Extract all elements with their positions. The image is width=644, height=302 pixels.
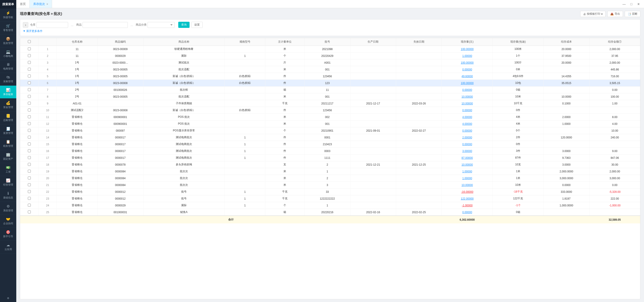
row-checkbox[interactable]: [28, 122, 31, 125]
row-qty2: 0件: [493, 107, 544, 114]
row-checkbox[interactable]: [28, 61, 31, 64]
table-wrapper[interactable]: 仓库名称 商品编码 商品名称 规格型号 主计量单位 批号 生产日期 失效日期 现…: [20, 38, 640, 299]
sidebar-item-small-ecom[interactable]: 💻 小额电商: [0, 47, 16, 60]
row-checkbox[interactable]: [28, 204, 31, 207]
layer-btn[interactable]: 📑 层断: [625, 11, 640, 17]
sidebar-item-retail[interactable]: 🛒 零售管理: [0, 22, 16, 35]
row-unit: 个: [265, 202, 304, 209]
sidebar-item-invoice[interactable]: 🧾 发票管理: [0, 124, 16, 137]
row-name: POS显示库存异常: [143, 127, 224, 134]
row-checkbox[interactable]: [28, 156, 31, 159]
row-num: 24: [38, 202, 57, 209]
row-checkbox[interactable]: [28, 47, 31, 50]
row-checkbox[interactable]: [28, 163, 31, 166]
row-expdate: [396, 87, 442, 93]
row-checkbox[interactable]: [28, 95, 31, 98]
row-checkbox[interactable]: [28, 68, 31, 71]
row-expdate: 2022-02-25: [396, 209, 442, 216]
sidebar-item-tax[interactable]: 📋 税务管理: [0, 137, 16, 150]
row-total: 100.00: [589, 93, 640, 100]
row-checkbox[interactable]: [28, 88, 31, 91]
row-proddate: [350, 53, 396, 59]
print-btn[interactable]: 🖨 按模板打印 ▾: [580, 11, 606, 17]
row-qty1: 10.00000: [442, 161, 493, 168]
sidebar-item-cloud[interactable]: ☁ 云应用: [0, 241, 16, 253]
row-unit: 千克: [265, 189, 304, 195]
row-checkbox[interactable]: [28, 197, 31, 200]
col-num-header: [38, 38, 57, 46]
sidebar-logo[interactable]: 搜索菜单: [0, 0, 16, 9]
row-num: 7: [38, 87, 57, 93]
row-expdate: [396, 168, 442, 175]
category-select[interactable]: [148, 22, 175, 28]
row-checkbox[interactable]: [28, 190, 31, 193]
row-checkbox[interactable]: [28, 129, 31, 132]
sidebar-item-collab[interactable]: 🤝 企业协同: [0, 215, 16, 228]
row-proddate: [350, 168, 396, 175]
row-num: 8: [38, 93, 57, 100]
select-all-checkbox[interactable]: [28, 40, 31, 43]
row-checkbox[interactable]: [28, 170, 31, 173]
row-checkbox[interactable]: [28, 149, 31, 152]
row-expdate: 2021-12-25: [396, 161, 442, 168]
sidebar-item-purchase[interactable]: 🛍 采购管理: [0, 73, 16, 86]
sidebar-settings-btn[interactable]: ⚙: [0, 294, 16, 302]
warehouse-input[interactable]: [36, 22, 68, 28]
sidebar-item-ecom[interactable]: 🖥 电商管理: [0, 60, 16, 73]
sidebar-item-guide[interactable]: 🎯 新手引导: [0, 228, 16, 241]
row-code: 0023-00005: [98, 93, 143, 100]
row-checkbox[interactable]: [28, 54, 31, 57]
row-checkbox[interactable]: [28, 183, 31, 186]
row-checkbox[interactable]: [28, 108, 31, 111]
row-qty2: 87件: [493, 155, 544, 161]
row-proddate: [350, 202, 396, 209]
row-warehouse: 晋省粮仓: [57, 168, 98, 175]
sidebar-item-quick-nav[interactable]: ⚡ 快捷导航: [0, 9, 16, 22]
tab-home[interactable]: 首页: [16, 0, 30, 8]
row-checkbox[interactable]: [28, 142, 31, 145]
minimize-btn[interactable]: —: [620, 1, 628, 8]
sidebar-item-wholesale[interactable]: 📦 批发管理: [0, 35, 16, 47]
sidebar-item-fixed-assets[interactable]: 🏢 固定资产: [0, 150, 16, 163]
row-num: 25: [38, 209, 57, 216]
row-checkbox[interactable]: [28, 75, 31, 77]
tab-close-btn[interactable]: ×: [46, 2, 48, 6]
export-btn[interactable]: 📤 导出: [607, 11, 623, 17]
col-cost-header: 结存成本: [544, 38, 589, 46]
page-header: 现存量查询(按仓库＋批次) 🖨 按模板打印 ▾ 📤 导出 📑 层断: [20, 11, 640, 17]
expand-conditions-btn[interactable]: ▼ 展开更多条件: [23, 28, 638, 34]
goods-input[interactable]: [82, 22, 128, 28]
row-checkbox[interactable]: [28, 210, 31, 213]
row-proddate: 2021-12-17: [350, 100, 396, 107]
sidebar-item-payroll[interactable]: 💵 工资: [0, 163, 16, 176]
tab-inventory-batch[interactable]: 库存批次 ×: [30, 0, 52, 8]
row-num: 21: [38, 182, 57, 189]
maximize-btn[interactable]: □: [628, 1, 635, 8]
row-total: 222.00: [589, 195, 640, 202]
row-qty1: 0.00000: [442, 141, 493, 148]
sidebar-item-ledger[interactable]: 📒 总账管理: [0, 111, 16, 124]
row-num: 23: [38, 195, 57, 202]
sidebar-item-inventory[interactable]: 📊 库存核算: [0, 86, 16, 99]
filter-toggle-btn[interactable]: ›: [23, 22, 28, 28]
query-btn[interactable]: 查询: [178, 22, 190, 28]
row-batch: 1222222222: [304, 195, 350, 202]
close-btn[interactable]: ✕: [635, 1, 642, 8]
row-checkbox[interactable]: [28, 81, 31, 84]
row-checkbox[interactable]: [28, 177, 31, 180]
row-checkbox[interactable]: [28, 136, 31, 139]
row-qty1: 49.60000: [442, 73, 493, 80]
sidebar-item-basic-info[interactable]: ℹ 基础信息: [0, 189, 16, 202]
row-checkbox-cell: [20, 53, 38, 59]
sidebar-item-finance[interactable]: 💰 资金管理: [0, 99, 16, 111]
settings-btn[interactable]: 设置: [191, 22, 203, 28]
row-qty2: 1个: [493, 53, 544, 59]
row-expdate: [396, 114, 442, 120]
row-checkbox[interactable]: [28, 115, 31, 118]
sidebar-item-management[interactable]: 📈 经营管理: [0, 176, 16, 189]
sidebar-item-system[interactable]: ⚙ 系统管理: [0, 202, 16, 215]
row-qty1: 10.00000: [442, 100, 493, 107]
row-checkbox[interactable]: [28, 102, 31, 105]
row-cost: 120.0000: [544, 134, 589, 141]
row-spec: 1: [224, 155, 265, 161]
